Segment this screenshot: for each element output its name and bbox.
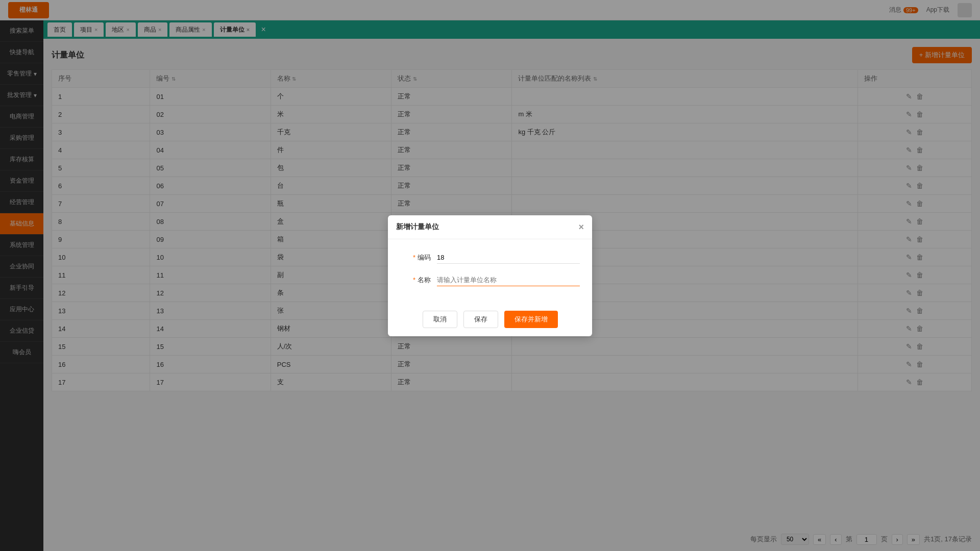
modal-header: 新增计量单位 × [388, 215, 592, 239]
name-label: *名称 [400, 276, 431, 285]
code-label: *编码 [400, 253, 431, 262]
name-input[interactable] [437, 274, 580, 286]
code-required-mark: * [413, 254, 415, 261]
code-form-row: *编码 [400, 252, 580, 264]
cancel-button[interactable]: 取消 [423, 311, 457, 328]
modal-close-button[interactable]: × [578, 222, 584, 232]
name-form-row: *名称 [400, 274, 580, 286]
name-required-mark: * [413, 276, 415, 284]
add-unit-modal: 新增计量单位 × *编码 *名称 取消 保存 保存并新增 [388, 215, 592, 336]
save-add-button[interactable]: 保存并新增 [504, 311, 558, 328]
save-button[interactable]: 保存 [463, 311, 498, 328]
code-input[interactable] [437, 252, 580, 264]
modal-footer: 取消 保存 保存并新增 [388, 305, 592, 336]
modal-overlay: 新增计量单位 × *编码 *名称 取消 保存 保存并新增 [0, 0, 980, 551]
modal-body: *编码 *名称 [388, 239, 592, 305]
modal-title: 新增计量单位 [396, 222, 439, 232]
